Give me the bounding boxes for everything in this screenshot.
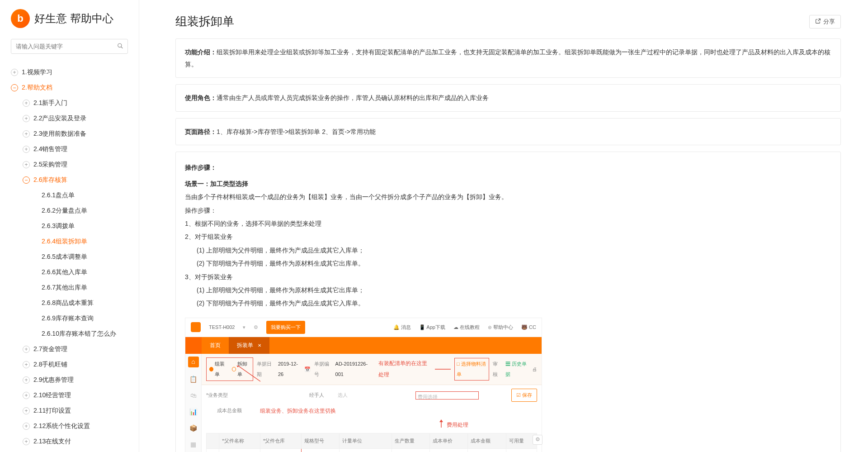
date-value: 2019-12-26 [278, 359, 301, 380]
step2-2: (2) 下部明细为子件明细，最终作为原材料生成其它出库单。 [185, 257, 831, 270]
nav-2-8[interactable]: +2.8手机旺铺 [11, 357, 128, 372]
ss-annot-switch: 组装业务、拆卸业务在这里切换 [260, 405, 336, 417]
nav-2-4[interactable]: +2.4销售管理 [11, 142, 128, 157]
ss-annot-fee: 费用处理 [202, 419, 542, 431]
nav-2-6-6[interactable]: 2.6.6其他入库单 [11, 265, 128, 280]
nav-tree: +1.视频学习 −2.帮助文档 +2.1新手入门 +2.2产品安装及登录 +2.… [11, 65, 128, 452]
nav-2-6-10[interactable]: 2.6.10库存账本错了怎么办 [11, 326, 128, 342]
home-icon: ⌂ [188, 357, 199, 367]
plus-icon: + [23, 392, 30, 399]
date-label: 单据日期 [257, 359, 274, 380]
ss-tabrow: 首页 拆装单✕ [185, 337, 542, 354]
search-input[interactable] [11, 39, 128, 54]
box-icon: 📦 [189, 424, 198, 433]
ss-type-radio-group: 组装单 拆卸单 [206, 357, 253, 381]
arrow-icon [435, 366, 451, 372]
svg-marker-7 [439, 419, 443, 422]
svg-line-1 [121, 47, 123, 48]
nav-2-1[interactable]: +2.1新手入门 [11, 95, 128, 111]
ss-help: ⊙ 帮助中心 [488, 322, 513, 333]
ss-note-row: 成本总金额 组装业务、拆卸业务在这里切换 [202, 404, 542, 421]
step3-2: (2) 下部明细为子件明细，最终作为产成品生成其它入库单。 [185, 297, 831, 310]
minus-icon: − [11, 84, 18, 91]
share-label: 分享 [823, 18, 835, 26]
search-box [11, 39, 128, 54]
close-icon: ✕ [258, 343, 261, 348]
nav-2-12[interactable]: +2.12系统个性化设置 [11, 419, 128, 434]
nav-2-6-8[interactable]: 2.6.8商品成本重算 [11, 295, 128, 311]
path-box: 页面路径：1、库存核算->库存管理->组装拆卸单 2、首页->常用功能 [175, 118, 841, 146]
nav-2-13[interactable]: +2.13在线支付 [11, 434, 128, 449]
nav-2-6-4-active[interactable]: 2.6.4组装拆卸单 [11, 234, 128, 249]
audit-label: 审核 [493, 359, 501, 380]
logo-icon: b [11, 9, 30, 28]
path-text: 1、库存核算->库存管理->组装拆卸单 2、首页->常用功能 [217, 128, 376, 135]
page-title: 组装拆卸单 [175, 14, 234, 29]
ss-topbar: TEST-H002 ▾ ⚙ 我要购买一下 🔔 消息 📱 App下载 ☁ 在线教程… [185, 318, 542, 337]
ss-avatar: 🐻 CC [521, 322, 536, 333]
biztype-label: *业务类型 [206, 390, 228, 400]
nav-2-6-2[interactable]: 2.6.2分量盘点单 [11, 203, 128, 219]
step1: 1、根据不同的业务，选择不同单据的类型来处理 [185, 217, 831, 230]
nav-2-9[interactable]: +2.9优惠券管理 [11, 372, 128, 388]
brand-title: 好生意 帮助中心 [34, 11, 113, 26]
ss-row2: *业务类型 经手人 选人 费用选择 ☑ 保存 [202, 385, 542, 404]
nav-2-6-5[interactable]: 2.6.5成本调整单 [11, 249, 128, 265]
ss-trial-button: 我要购买一下 [266, 321, 305, 334]
nav-2-5[interactable]: +2.5采购管理 [11, 157, 128, 172]
scene1-desc: 当由多个子件材料组装成一个成品的业务为【组装】业务，当由一个父件拆分成多个子产品… [185, 190, 831, 204]
intro-label: 功能介绍： [185, 48, 217, 56]
nav-2-7[interactable]: +2.7资金管理 [11, 342, 128, 357]
minus-icon: − [23, 176, 30, 184]
main-content: 组装拆卸单 分享 功能介绍：组装拆卸单用来处理企业组装或拆卸等加工业务，支持有固… [139, 0, 868, 452]
nav-2-10[interactable]: +2.10经营管理 [11, 388, 128, 403]
ss-annot-right: 有装配清单的在这里处理 [378, 358, 431, 381]
settings-icon: ⚙ [533, 435, 542, 445]
nav-2-6[interactable]: −2.6库存核算 [11, 172, 128, 188]
nav-2-14[interactable]: +2.14常见问题 [11, 449, 128, 452]
arrow-icon [438, 419, 445, 428]
step3: 3、对于拆装业务 [185, 271, 831, 284]
svg-point-0 [118, 43, 122, 47]
parent-table: *父件名称 *父件仓库 规格型号 计量单位 生产数量 成本单价 成本金额 可用量 [206, 433, 537, 452]
plus-icon: + [23, 376, 30, 384]
ss-tab-home: 首页 [202, 337, 229, 354]
ss-logo-icon [191, 322, 201, 332]
doc-value: AD-20191226-001 [335, 359, 371, 380]
brand: b 好生意 帮助中心 [11, 9, 128, 28]
nav-2-6-7[interactable]: 2.6.7其他出库单 [11, 280, 128, 295]
table-row: 1 风扇 海芯仓 台(1台 = 1台) 10.00 0.00 0.00 0.00 [207, 448, 537, 452]
nav-2-6-3[interactable]: 2.6.3调拨单 [11, 219, 128, 234]
search-icon[interactable] [117, 43, 123, 50]
doc-label: 单据编号 [314, 359, 332, 380]
history-label: ☰ 历史单据 [505, 359, 528, 380]
nav-2-11[interactable]: +2.11打印设置 [11, 403, 128, 419]
nav-2-3[interactable]: +2.3使用前数据准备 [11, 126, 128, 142]
sidebar: b 好生意 帮助中心 +1.视频学习 −2.帮助文档 +2.1新手入门 +2.2… [0, 0, 139, 452]
ss-msg: 🔔 消息 [393, 322, 411, 333]
plus-icon: + [11, 69, 18, 76]
nav-2-6-9[interactable]: 2.6.9库存账本查询 [11, 311, 128, 326]
chart-icon: 📊 [189, 408, 198, 416]
share-button[interactable]: 分享 [809, 15, 841, 29]
nav-video[interactable]: +1.视频学习 [11, 65, 128, 80]
calendar-icon: 📅 [304, 364, 311, 375]
plus-icon: + [23, 438, 30, 445]
radio-disassemble: 拆卸单 [232, 359, 250, 380]
plus-icon: + [23, 423, 30, 430]
ss-tutorial: ☁ 在线教程 [453, 322, 480, 333]
plus-icon: + [23, 161, 30, 168]
steps-box: 操作步骤： 场景一：加工类型选择 当由多个子件材料组装成一个成品的业务为【组装】… [175, 152, 841, 452]
plus-icon: + [23, 346, 30, 353]
step2: 2、对于组装业务 [185, 230, 831, 243]
role-text: 通常由生产人员或库管人员完成拆装业务的操作，库管人员确认原材料的出库和产成品的入… [217, 94, 489, 101]
nav-2-2[interactable]: +2.2产品安装及登录 [11, 111, 128, 126]
nav-docs[interactable]: −2.帮助文档 [11, 80, 128, 95]
embedded-screenshot: TEST-H002 ▾ ⚙ 我要购买一下 🔔 消息 📱 App下载 ☁ 在线教程… [185, 318, 542, 452]
cost-total-label: 成本总金额 [206, 405, 242, 417]
ss-tab-current: 拆装单✕ [229, 337, 269, 354]
plus-icon: + [23, 130, 30, 138]
intro-box: 功能介绍：组装拆卸单用来处理企业组装或拆卸等加工业务，支持有固定装配清单的产品加… [175, 38, 841, 78]
nav-2-6-1[interactable]: 2.6.1盘点单 [11, 188, 128, 203]
role-box: 使用角色：通常由生产人员或库管人员完成拆装业务的操作，库管人员确认原材料的出库和… [175, 84, 841, 112]
